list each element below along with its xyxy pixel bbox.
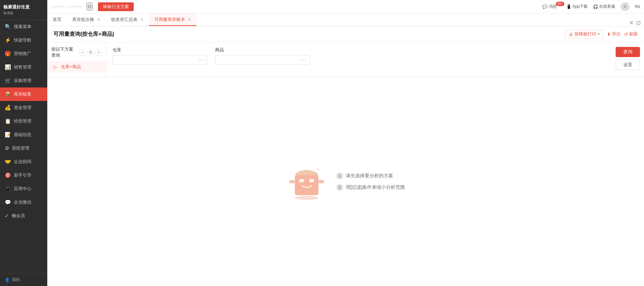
sidebar: 畅康通好生意 标准版 🔍 搜索菜单 ⚡ 快捷导航 🎁 营销推广 📊 销售管理 🛒… [0, 0, 47, 286]
app-logo: 畅康通好生意 标准版 [0, 0, 47, 20]
manage-scheme-button[interactable]: ⚙ [87, 49, 94, 56]
username-label[interactable]: Rit [635, 4, 640, 9]
sidebar-scroll: 🔍 搜索菜单 ⚡ 快捷导航 🎁 营销推广 📊 销售管理 🛒 采购管理 📦 库存核… [0, 20, 47, 273]
gear-button[interactable]: ⚙ [86, 3, 93, 10]
wxwork-icon: 💬 [5, 199, 11, 205]
tab-batch-account[interactable]: 库存批次账 ✕ [67, 14, 106, 26]
sidebar-item-purchase[interactable]: 🛒 采购管理 [0, 74, 47, 87]
purchase-icon: 🛒 [5, 78, 11, 84]
svg-rect-3 [289, 180, 295, 183]
query-buttons: 查询 设置 [616, 42, 644, 77]
scheme-label: 仓库+商品 [61, 64, 81, 70]
sidebar-item-finance[interactable]: 💰 资金管理 [0, 101, 47, 114]
sales-icon: 📊 [5, 64, 11, 70]
goods-input[interactable] [218, 57, 299, 62]
goods-field-group: 商品 ··· [215, 47, 310, 64]
query-sidebar-header: 按以下方案查询 ＋ ⚙ « [47, 46, 106, 61]
query-button[interactable]: 查询 [616, 47, 640, 57]
tab-stock-summary[interactable]: 收发存汇总表 ✕ [106, 14, 149, 26]
message-button[interactable]: 💬 消息 99+ [542, 4, 561, 9]
finance-icon: 💰 [5, 105, 11, 111]
svg-rect-0 [295, 175, 318, 195]
close-tab-button[interactable]: ✕ [629, 20, 634, 26]
empty-tips: 1 请先选择要分析的方案 2 用[过滤]条件来缩小分析范围 [336, 173, 405, 191]
print-button[interactable]: 🖨 按模板打印 ▾ [565, 30, 603, 38]
tip-num-2: 2 [336, 184, 343, 191]
goods-input-wrapper: ··· [215, 55, 310, 64]
svg-rect-4 [318, 180, 324, 183]
sidebar-item-search[interactable]: 🔍 搜索菜单 [0, 20, 47, 33]
scheme-warehouse-goods[interactable]: ⭮ 仓库+商品 [47, 61, 106, 73]
empty-tip-2: 2 用[过滤]条件来缩小分析范围 [336, 184, 405, 191]
breadcrumb: › [51, 4, 82, 9]
tab-batch-account-close[interactable]: ✕ [97, 17, 100, 22]
empty-illustration: ✦ ✦ [286, 161, 327, 202]
avatar-initials: R [624, 5, 626, 9]
message-badge: 99+ [556, 2, 564, 6]
operation-icon: 📋 [5, 118, 11, 124]
query-fields: 仓库 ··· 商品 ··· [106, 42, 616, 77]
query-area: 按以下方案查询 ＋ ⚙ « ⭮ 仓库+商品 仓库 [47, 42, 644, 77]
setting-button[interactable]: 设置 [616, 60, 640, 70]
sidebar-item-member[interactable]: ✓ 畅会员 [0, 209, 47, 223]
sidebar-item-guide[interactable]: 🎯 新手引导 [0, 168, 47, 182]
refresh-label: 刷新 [629, 31, 638, 37]
sidebar-item-label: 新手引导 [14, 172, 31, 178]
tab-stock-summary-close[interactable]: ✕ [140, 17, 144, 22]
warehouse-input[interactable] [115, 57, 197, 62]
refresh-button[interactable]: ↺ 刷新 [624, 31, 638, 37]
avatar[interactable]: R [621, 2, 629, 11]
print-label: 按模板打印 [574, 31, 596, 37]
sidebar-item-inventory[interactable]: 📦 库存核算 [0, 87, 47, 101]
message-icon: 💬 [542, 4, 547, 9]
tabs-bar: 首页 库存批次账 ✕ 收发存汇总表 ✕ 可用量库存账本 ✕ ✕ ⊡ [47, 14, 644, 26]
warehouse-input-wrapper: ··· [112, 55, 207, 64]
sidebar-item-wxwork[interactable]: 💬 企业微信 [0, 196, 47, 209]
export-icon: ⬆ [607, 32, 611, 37]
page-actions: 🖨 按模板打印 ▾ ⬆ 导出 ↺ 刷新 [565, 30, 638, 38]
sidebar-item-label: 经营管理 [14, 118, 31, 124]
sidebar-bottom[interactable]: 👤 我的 [0, 273, 47, 286]
tab-home[interactable]: 首页 [47, 14, 67, 26]
sidebar-item-sales[interactable]: 📊 销售管理 [0, 60, 47, 74]
search-icon: 🔍 [5, 24, 11, 30]
sidebar-item-marketing[interactable]: 🎁 营销推广 [0, 47, 47, 60]
page-title: 可用量查询(按仓库+商品) [53, 31, 114, 38]
sidebar-item-label: 企业协同 [14, 159, 31, 165]
svg-point-5 [295, 196, 318, 200]
sidebar-item-quicknav[interactable]: ⚡ 快捷导航 [0, 33, 47, 47]
breadcrumb-item2 [69, 6, 82, 7]
print-icon: 🖨 [569, 32, 573, 37]
app-download-button[interactable]: 📱 App下载 [566, 4, 588, 9]
sidebar-item-label: 营销推广 [14, 51, 31, 57]
sidebar-item-label: 销售管理 [14, 64, 31, 70]
warehouse-more-button[interactable]: ··· [199, 57, 204, 63]
tab-available-inventory-close[interactable]: ✕ [188, 17, 191, 22]
add-scheme-button[interactable]: ＋ [79, 49, 86, 56]
export-button[interactable]: ⬆ 导出 [607, 31, 621, 37]
trial-industry-button[interactable]: 体验行业方案 [98, 2, 134, 11]
tip-text-1: 请先选择要分析的方案 [346, 173, 393, 179]
marketing-icon: 🎁 [5, 51, 11, 57]
headset-icon: 🎧 [593, 4, 598, 9]
quicknav-icon: ⚡ [5, 37, 11, 43]
online-service-button[interactable]: 🎧 在线客服 [593, 4, 615, 9]
empty-robot-svg: ✦ ✦ [286, 161, 327, 202]
appstore-icon: 📱 [5, 186, 11, 192]
sidebar-item-system[interactable]: ⚙ 系统管理 [0, 141, 47, 155]
system-icon: ⚙ [5, 145, 9, 151]
collapse-scheme-button[interactable]: « [95, 49, 102, 56]
breadcrumb-item1 [51, 6, 65, 7]
sidebar-item-appstore[interactable]: 📱 应用中心 [0, 182, 47, 196]
tab-available-inventory[interactable]: 可用量库存账本 ✕ [149, 14, 197, 26]
sidebar-item-basic[interactable]: 📝 基础信息 [0, 128, 47, 141]
sidebar-item-label: 基础信息 [14, 132, 31, 138]
expand-tab-button[interactable]: ⊡ [636, 20, 641, 26]
sidebar-item-collab[interactable]: 🤝 企业协同 [0, 155, 47, 168]
svg-text:✦: ✦ [290, 171, 292, 175]
breadcrumb-sep: › [66, 4, 68, 9]
app-title: 畅康通好生意 [3, 4, 44, 10]
content-area: 可用量查询(按仓库+商品) 🖨 按模板打印 ▾ ⬆ 导出 ↺ 刷新 [47, 26, 644, 286]
goods-more-button[interactable]: ··· [301, 57, 307, 63]
sidebar-item-operation[interactable]: 📋 经营管理 [0, 114, 47, 128]
